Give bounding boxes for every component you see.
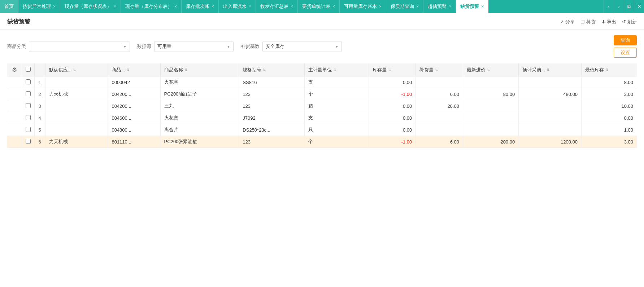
nav-close-button[interactable]: ✕	[634, 0, 644, 13]
replenish-base-select[interactable]: 安全库存 ▼	[262, 41, 342, 52]
row-min-stock-0: 8.00	[582, 76, 637, 88]
row-supplier-1: 力天机械	[45, 88, 108, 100]
nav-tab-batch-account-close[interactable]: ×	[212, 4, 214, 9]
nav-tab-expire-query[interactable]: 保质期查询 ×	[386, 0, 423, 13]
nav-tab-receive-summary[interactable]: 收发存汇总表 ×	[256, 0, 298, 13]
select-all-checkbox[interactable]	[26, 67, 31, 72]
col-supplier[interactable]: 默认供应... ⇅	[45, 63, 108, 76]
row-supplier-3	[45, 112, 108, 124]
min-stock-sort-icon: ⇅	[605, 68, 608, 72]
col-goods-code[interactable]: 商品... ⇅	[108, 63, 160, 76]
row-unit-4: 只	[304, 124, 369, 136]
nav-tab-home[interactable]: 首页	[0, 0, 18, 13]
row-checkbox-5[interactable]	[26, 139, 31, 144]
row-checkbox-4[interactable]	[26, 127, 31, 132]
nav-tab-stock-dist-label: 现存量（库存分布表）	[125, 3, 172, 10]
header-actions: ↗ 分享 ☐ 补货 ⬇ 导出 ↺ 刷新	[560, 19, 637, 25]
nav-tab-expire-query-close[interactable]: ×	[416, 4, 419, 9]
col-goods-name-label: 商品名称	[164, 67, 183, 73]
row-spec-5: 123	[239, 136, 304, 148]
nav-tab-inout-flow-close[interactable]: ×	[249, 4, 251, 9]
nav-tab-overstock[interactable]: 超储预警 ×	[423, 0, 456, 13]
row-replenish-qty-3	[416, 112, 463, 124]
row-est-purchase-4	[519, 124, 582, 136]
row-spec-4: DS250*23c...	[239, 124, 304, 136]
nav-next-button[interactable]: ›	[614, 0, 624, 13]
nav-tab-stock-status[interactable]: 现存量（库存状况表） ×	[60, 0, 121, 13]
table-row: 2 力天机械 004200... PC200油缸缸子 123 个 -1.00 6…	[7, 88, 637, 100]
category-select[interactable]: ▼	[29, 41, 130, 52]
nav-tab-unusual-label: 拣货异常处理	[23, 3, 51, 10]
row-est-purchase-3	[519, 112, 582, 124]
row-latest-price-0	[463, 76, 518, 88]
replenish-base-dropdown-icon: ▼	[335, 45, 339, 49]
col-min-stock[interactable]: 最低库存 ⇅	[582, 63, 637, 76]
row-checkbox-2[interactable]	[26, 103, 31, 108]
row-replenish-qty-1: 6.00	[416, 88, 463, 100]
row-latest-price-4	[463, 124, 518, 136]
row-spec-1: 123	[239, 88, 304, 100]
nav-tab-inout-flow[interactable]: 出入库流水 ×	[219, 0, 256, 13]
replenish-icon: ☐	[580, 19, 585, 25]
filter-datasource-group: 数据源 可用量 ▼	[137, 41, 234, 52]
col-spec[interactable]: 规格型号 ⇅	[239, 63, 304, 76]
datasource-select[interactable]: 可用量 ▼	[154, 41, 234, 52]
nav-tab-order-stats-close[interactable]: ×	[332, 4, 335, 9]
nav-tab-overstock-close[interactable]: ×	[449, 4, 451, 9]
column-settings-icon[interactable]: ⚙	[12, 66, 17, 73]
row-latest-price-2	[463, 100, 518, 112]
row-goods-code-1: 004200...	[108, 88, 160, 100]
filter-datasource-label: 数据源	[137, 43, 151, 50]
row-est-purchase-2	[519, 100, 582, 112]
col-unit[interactable]: 主计量单位 ⇅	[304, 63, 369, 76]
replenish-button[interactable]: ☐ 补货	[580, 19, 596, 25]
nav-tab-avail-ledger-close[interactable]: ×	[379, 4, 382, 9]
nav-tab-stock-dist-close[interactable]: ×	[174, 4, 177, 9]
share-button[interactable]: ↗ 分享	[560, 19, 575, 25]
nav-tab-avail-ledger[interactable]: 可用量库存账本 ×	[340, 0, 386, 13]
nav-tab-unusual-close[interactable]: ×	[53, 4, 56, 9]
row-supplier-4	[45, 124, 108, 136]
nav-tab-inout-flow-label: 出入库流水	[223, 3, 247, 10]
nav-tab-stock-dist[interactable]: 现存量（库存分布表） ×	[121, 0, 182, 13]
nav-tab-shortage[interactable]: 缺货预警 ×	[456, 0, 488, 13]
query-button[interactable]: 查询	[614, 35, 637, 45]
row-goods-name-3: 火花塞	[160, 112, 239, 124]
refresh-button[interactable]: ↺ 刷新	[622, 19, 637, 25]
row-gear-cell	[7, 136, 22, 148]
nav-tab-unusual[interactable]: 拣货异常处理 ×	[18, 0, 60, 13]
col-goods-name[interactable]: 商品名称 ⇅	[160, 63, 239, 76]
col-replenish-qty[interactable]: 补货量 ⇅	[416, 63, 463, 76]
nav-tab-batch-account[interactable]: 库存批次账 ×	[182, 0, 219, 13]
row-goods-name-5: PC200张紧油缸	[160, 136, 239, 148]
settings-button[interactable]: 设置	[614, 48, 637, 58]
nav-tab-shortage-close[interactable]: ×	[481, 4, 484, 9]
page-title: 缺货预警	[7, 18, 30, 26]
row-checkbox-3[interactable]	[26, 115, 31, 120]
row-min-stock-4: 1.00	[582, 124, 637, 136]
table-row: 4 004600... 火花塞 J7092 支 0.00 8.00	[7, 112, 637, 124]
nav-restore-button[interactable]: ⧉	[624, 0, 634, 13]
row-checkbox-0[interactable]	[26, 79, 31, 84]
row-est-purchase-5: 1200.00	[519, 136, 582, 148]
nav-tab-stock-status-close[interactable]: ×	[114, 4, 116, 9]
export-button[interactable]: ⬇ 导出	[601, 19, 616, 25]
row-checkbox-cell	[22, 100, 34, 112]
row-checkbox-1[interactable]	[26, 91, 31, 96]
nav-prev-button[interactable]: ‹	[604, 0, 614, 13]
row-gear-cell	[7, 124, 22, 136]
col-latest-price[interactable]: 最新进价 ⇅	[463, 63, 518, 76]
row-goods-code-2: 004200...	[108, 100, 160, 112]
col-est-purchase-label: 预计采购...	[522, 67, 545, 73]
category-dropdown-icon: ▼	[123, 45, 127, 49]
col-stock[interactable]: 库存量 ⇅	[369, 63, 416, 76]
col-supplier-label: 默认供应...	[49, 67, 72, 73]
row-goods-name-2: 三九	[160, 100, 239, 112]
nav-tab-receive-summary-close[interactable]: ×	[291, 4, 293, 9]
nav-tab-order-stats[interactable]: 要货单统计表 ×	[298, 0, 340, 13]
col-goods-code-label: 商品...	[112, 67, 125, 73]
row-checkbox-cell	[22, 136, 34, 148]
col-est-purchase[interactable]: 预计采购... ⇅	[519, 63, 582, 76]
export-label: 导出	[607, 19, 616, 25]
nav-tab-avail-ledger-label: 可用量库存账本	[344, 3, 377, 10]
